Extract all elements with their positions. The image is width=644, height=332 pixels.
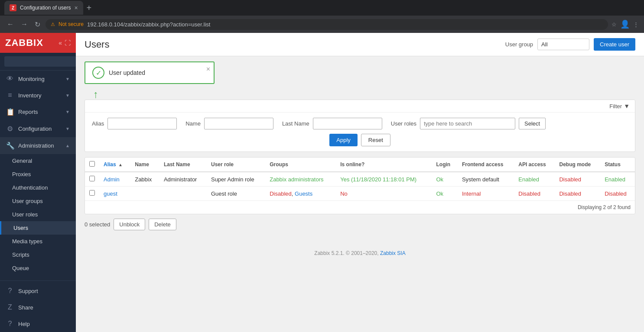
footer-link[interactable]: Zabbix SIA — [380, 250, 406, 256]
tab-favicon: Z — [10, 4, 16, 11]
apply-button[interactable]: Apply — [329, 134, 358, 146]
administration-label: Administration — [18, 142, 54, 149]
admin-api-access-cell: Enabled — [514, 172, 555, 187]
guest-is-online-cell: No — [336, 187, 432, 201]
help-icon: ? — [6, 320, 14, 328]
sidebar-item-proxies[interactable]: Proxies — [0, 168, 76, 181]
sidebar-item-general[interactable]: General — [0, 154, 76, 168]
groups-column: Groups — [265, 158, 336, 172]
sidebar-item-user-roles[interactable]: User roles — [0, 208, 76, 221]
inventory-label: Inventory — [18, 92, 41, 99]
select-all-checkbox[interactable] — [89, 161, 95, 167]
notification-close-button[interactable]: × — [206, 66, 210, 73]
guest-groups-link[interactable]: Guests — [295, 190, 312, 197]
tab-close-icon[interactable]: × — [74, 4, 78, 11]
address-bar[interactable]: ⚠ Not secure 192.168.0.104/zabbix/zabbix… — [46, 19, 608, 30]
admin-status-cell: Enabled — [600, 172, 635, 187]
new-tab-button[interactable]: + — [87, 3, 92, 13]
user-group-select[interactable]: All — [537, 39, 589, 50]
reset-button[interactable]: Reset — [361, 134, 390, 146]
name-input[interactable] — [204, 118, 273, 129]
configuration-label: Configuration — [18, 126, 52, 132]
monitoring-icon: 👁 — [6, 75, 14, 83]
admin-alias-link[interactable]: Admin — [104, 176, 120, 183]
sidebar-item-reports[interactable]: 📋 Reports ▼ — [0, 103, 76, 120]
sidebar-item-monitoring[interactable]: 👁 Monitoring ▼ — [0, 71, 76, 87]
expand-icon[interactable]: ⛶ — [65, 39, 71, 46]
alias-label: Alias — [92, 120, 104, 127]
guest-alias-cell: guest — [99, 187, 130, 201]
alias-sort-link[interactable]: Alias ▲ — [104, 161, 123, 168]
last-name-input[interactable] — [313, 118, 382, 129]
guest-user-role-cell: Guest role — [207, 187, 265, 201]
page-title: Users — [85, 39, 109, 50]
back-button[interactable]: ← — [5, 19, 16, 30]
sidebar-item-users[interactable]: Users — [0, 221, 76, 235]
sidebar-item-authentication[interactable]: Authentication — [0, 181, 76, 194]
alias-input[interactable] — [107, 118, 177, 129]
row-checkbox-admin[interactable] — [89, 176, 95, 181]
unblock-button[interactable]: Unblock — [114, 219, 145, 230]
guest-groups-disabled: Disabled — [270, 190, 292, 197]
sidebar: ZABBIX « ⛶ 🔍 👁 Monitoring ▼ ≡ Inventory … — [0, 33, 76, 332]
sidebar-item-queue[interactable]: Queue — [0, 261, 76, 275]
select-button[interactable]: Select — [519, 118, 546, 129]
forward-button[interactable]: → — [19, 19, 29, 30]
footer-text: Zabbix 5.2.1. © 2001–2020, — [314, 250, 378, 256]
browser-tab[interactable]: Z Configuration of users × — [4, 1, 83, 15]
notification-text: User updated — [109, 69, 145, 76]
admin-groups-cell: Zabbix administrators — [265, 172, 336, 187]
sidebar-item-configuration[interactable]: ⚙ Configuration ▼ — [0, 120, 76, 137]
sidebar-search-input[interactable] — [4, 56, 76, 67]
user-role-column: User role — [207, 158, 265, 172]
sidebar-logo: ZABBIX « ⛶ — [0, 33, 76, 53]
main-header: Users User group All Create user — [76, 33, 644, 56]
user-group-label: User group — [505, 41, 533, 48]
administration-arrow-icon: ▲ — [65, 143, 70, 148]
select-all-column — [85, 158, 99, 172]
help-label: Help — [18, 321, 30, 327]
logo-text: ZABBIX — [5, 37, 43, 48]
sidebar-item-user-groups[interactable]: User groups — [0, 194, 76, 208]
filter-icon: ▼ — [624, 103, 630, 110]
sidebar-item-share[interactable]: Z Share — [0, 299, 76, 316]
sidebar-item-media-types[interactable]: Media types — [0, 235, 76, 248]
row-checkbox-cell-guest — [85, 187, 99, 201]
sidebar-item-support[interactable]: ? Support — [0, 283, 76, 299]
delete-button[interactable]: Delete — [149, 219, 176, 230]
collapse-icon[interactable]: « — [59, 39, 62, 46]
logo-controls: « ⛶ — [59, 39, 71, 46]
row-checkbox-guest[interactable] — [89, 190, 95, 196]
reload-button[interactable]: ↻ — [33, 19, 42, 30]
user-roles-search-input[interactable] — [420, 118, 515, 129]
not-secure-label: Not secure — [59, 21, 84, 27]
login-column: Login — [432, 158, 457, 172]
name-field: Name — [185, 118, 273, 129]
name-label: Name — [185, 120, 201, 127]
table-header: Alias ▲ Name Last Name User role Groups … — [85, 158, 635, 172]
filter-section: Filter ▼ Alias Name Last Name — [85, 100, 635, 152]
sidebar-item-scripts[interactable]: Scripts — [0, 248, 76, 261]
filter-row: Alias Name Last Name User roles Se — [92, 118, 628, 129]
profile-icon[interactable]: 👤 — [620, 19, 630, 29]
guest-alias-link[interactable]: guest — [104, 190, 117, 197]
alias-field: Alias — [92, 118, 177, 129]
create-user-button[interactable]: Create user — [594, 38, 635, 51]
menu-icon[interactable]: ⋮ — [633, 21, 639, 28]
table-body: Admin Zabbix Administrator Super Admin r… — [85, 172, 635, 200]
general-label: General — [12, 158, 32, 164]
admin-groups-link[interactable]: Zabbix administrators — [270, 176, 323, 183]
main-content: Users User group All Create user ✓ User … — [76, 33, 644, 332]
reports-icon: 📋 — [6, 108, 14, 116]
guest-frontend-access-cell: Internal — [458, 187, 514, 201]
sidebar-item-help[interactable]: ? Help — [0, 316, 76, 332]
inventory-arrow-icon: ▼ — [65, 93, 70, 98]
support-icon: ? — [6, 287, 14, 295]
bookmark-icon[interactable]: ☆ — [611, 21, 617, 28]
sidebar-item-inventory[interactable]: ≡ Inventory ▼ — [0, 87, 76, 103]
selected-count: 0 selected — [85, 221, 110, 228]
filter-header: Filter ▼ — [85, 100, 635, 113]
sidebar-item-administration[interactable]: 🔧 Administration ▲ — [0, 137, 76, 154]
sort-asc-icon: ▲ — [118, 162, 123, 167]
footer: Zabbix 5.2.1. © 2001–2020, Zabbix SIA — [76, 243, 644, 263]
